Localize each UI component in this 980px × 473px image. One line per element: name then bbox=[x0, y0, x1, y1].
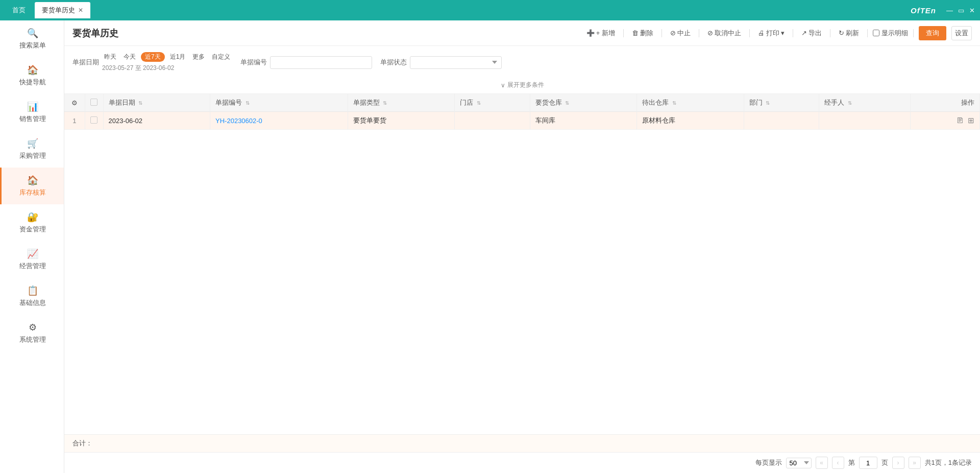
next-page-button[interactable]: › bbox=[892, 457, 904, 469]
sidebar-item-inventory[interactable]: 🏠 库存核算 bbox=[0, 168, 64, 204]
export-button[interactable]: ↗ 导出 bbox=[798, 27, 825, 40]
action-icons: 🖹 ⊞ bbox=[916, 116, 974, 125]
sort-doc-date-icon[interactable]: ⇅ bbox=[138, 100, 142, 106]
print-icon: 🖨 bbox=[758, 29, 765, 37]
toolbar-divider-4 bbox=[749, 29, 750, 37]
sidebar-label-finance: 资金管理 bbox=[19, 225, 46, 234]
toolbar-divider-6 bbox=[830, 29, 830, 37]
show-detail-toggle[interactable]: 显示明细 bbox=[873, 29, 908, 38]
expand-more-button[interactable]: ∨ 展开更多条件 bbox=[72, 78, 972, 93]
sort-handler-icon[interactable]: ⇅ bbox=[848, 100, 852, 106]
sidebar-item-system[interactable]: ⚙ 系统管理 bbox=[0, 315, 64, 351]
sidebar-item-purchase[interactable]: 🛒 采购管理 bbox=[0, 131, 64, 168]
status-select[interactable] bbox=[410, 56, 502, 69]
doc-no-label: 单据编号 bbox=[240, 58, 267, 67]
sidebar-item-shortcut[interactable]: 🏠 快捷导航 bbox=[0, 57, 64, 94]
first-page-button[interactable]: « bbox=[816, 457, 828, 469]
sort-store-icon[interactable]: ⇅ bbox=[477, 100, 481, 106]
tab-requisition-history[interactable]: 要货单历史 ✕ bbox=[35, 2, 90, 18]
col-checkbox[interactable] bbox=[85, 94, 103, 112]
shortcut-last7days[interactable]: 近7天 bbox=[141, 52, 165, 62]
col-action: 操作 bbox=[910, 94, 979, 112]
page-header: 要货单历史 ➕ + 新增 🗑 删除 ⊘ 中止 ⊘ bbox=[64, 20, 980, 46]
toolbar: ➕ + 新增 🗑 删除 ⊘ 中止 ⊘ 取消中止 bbox=[583, 26, 972, 40]
tab-bar: 首页 要货单历史 ✕ bbox=[5, 2, 911, 18]
col-handler: 经手人 ⇅ bbox=[819, 94, 910, 112]
summary-label: 合计： bbox=[72, 439, 92, 447]
select-all-checkbox[interactable] bbox=[90, 99, 97, 106]
footer-summary: 合计： bbox=[64, 434, 980, 452]
doc-no-link[interactable]: YH-20230602-0 bbox=[215, 117, 262, 125]
per-page-select[interactable]: 50 10 20 100 bbox=[786, 458, 812, 468]
toolbar-divider-7 bbox=[867, 29, 868, 37]
toolbar-divider-1 bbox=[623, 29, 624, 37]
doc-no-input[interactable] bbox=[270, 56, 372, 69]
pagination: 每页显示 50 10 20 100 « ‹ 第 页 › » 共1页，1条记录 bbox=[64, 452, 980, 473]
sidebar-item-basic-info[interactable]: 📋 基础信息 bbox=[0, 278, 64, 315]
date-shortcut-buttons: 昨天 今天 近7天 近1月 更多 自定义 bbox=[102, 52, 232, 62]
minimize-icon[interactable]: — bbox=[946, 7, 953, 14]
shortcut-yesterday[interactable]: 昨天 bbox=[102, 52, 118, 62]
prev-page-button[interactable]: ‹ bbox=[832, 457, 844, 469]
tab-home[interactable]: 首页 bbox=[5, 2, 33, 18]
total-records-label: 共1页，1条记录 bbox=[925, 458, 972, 467]
sidebar-item-finance[interactable]: 🔐 资金管理 bbox=[0, 204, 64, 241]
basic-info-icon: 📋 bbox=[27, 285, 38, 296]
operations-icon: 📈 bbox=[27, 248, 38, 259]
doc-no-filter-group: 单据编号 bbox=[240, 56, 372, 69]
tab-close-icon[interactable]: ✕ bbox=[78, 7, 83, 14]
refresh-button[interactable]: ↻ 刷新 bbox=[836, 27, 862, 40]
show-detail-checkbox[interactable] bbox=[873, 30, 879, 36]
row-select-checkbox[interactable] bbox=[90, 116, 97, 124]
col-doc-date: 单据日期 ⇅ bbox=[103, 94, 210, 112]
col-doc-no: 单据编号 ⇅ bbox=[210, 94, 348, 112]
stop-icon: ⊘ bbox=[670, 29, 676, 37]
page-number-input[interactable] bbox=[859, 457, 877, 469]
shortcut-today[interactable]: 今天 bbox=[121, 52, 138, 62]
shortcut-last1month[interactable]: 近1月 bbox=[168, 52, 188, 62]
more-action-icon[interactable]: ⊞ bbox=[968, 116, 974, 125]
sidebar-item-operations[interactable]: 📈 经营管理 bbox=[0, 241, 64, 278]
table-area: ⚙ 单据日期 ⇅ 单据编号 ⇅ bbox=[64, 94, 980, 434]
inventory-icon: 🏠 bbox=[27, 175, 38, 186]
row-checkbox[interactable] bbox=[85, 112, 103, 130]
sidebar-label-system: 系统管理 bbox=[19, 335, 46, 344]
view-detail-icon[interactable]: 🖹 bbox=[956, 116, 964, 125]
sort-doc-type-icon[interactable]: ⇅ bbox=[383, 100, 387, 106]
per-page-label: 每页显示 bbox=[755, 458, 782, 467]
sidebar-label-sales: 销售管理 bbox=[19, 114, 46, 124]
query-button[interactable]: 查询 bbox=[919, 26, 946, 40]
sidebar-item-search[interactable]: 🔍 搜索菜单 bbox=[0, 20, 64, 57]
new-button[interactable]: ➕ + 新增 bbox=[583, 27, 618, 40]
refresh-icon: ↻ bbox=[839, 29, 844, 37]
close-window-icon[interactable]: ✕ bbox=[969, 7, 975, 14]
settings-button[interactable]: 设置 bbox=[951, 26, 972, 40]
purchase-icon: 🛒 bbox=[27, 138, 38, 149]
stop-button[interactable]: ⊘ 中止 bbox=[667, 27, 694, 40]
row-store bbox=[455, 112, 530, 130]
sort-pending-warehouse-icon[interactable]: ⇅ bbox=[672, 100, 676, 106]
shortcut-more[interactable]: 更多 bbox=[190, 52, 207, 62]
date-filter-group: 单据日期 昨天 今天 近7天 近1月 更多 自定义 2023-05-27 至 2… bbox=[72, 52, 232, 73]
col-department: 部门 ⇅ bbox=[744, 94, 819, 112]
sort-doc-no-icon[interactable]: ⇅ bbox=[246, 100, 250, 106]
shortcut-custom[interactable]: 自定义 bbox=[210, 52, 232, 62]
date-shortcuts: 昨天 今天 近7天 近1月 更多 自定义 2023-05-27 至 2023-0… bbox=[102, 52, 232, 73]
top-bar: 首页 要货单历史 ✕ OfTEn — ▭ ✕ bbox=[0, 0, 980, 20]
sidebar-item-sales[interactable]: 📊 销售管理 bbox=[0, 94, 64, 131]
last-page-button[interactable]: » bbox=[909, 457, 921, 469]
plus-icon: ➕ bbox=[586, 29, 595, 37]
col-settings[interactable]: ⚙ bbox=[64, 94, 85, 112]
toolbar-divider-2 bbox=[662, 29, 662, 37]
expand-chevron-icon: ∨ bbox=[501, 82, 505, 89]
sort-req-warehouse-icon[interactable]: ⇅ bbox=[565, 100, 569, 106]
print-button[interactable]: 🖨 打印 ▾ bbox=[755, 27, 788, 40]
delete-button[interactable]: 🗑 删除 bbox=[629, 27, 656, 40]
cancel-stop-icon: ⊘ bbox=[707, 29, 713, 37]
settings-icon: ⚙ bbox=[71, 99, 78, 107]
sidebar: 🔍 搜索菜单 🏠 快捷导航 📊 销售管理 🛒 采购管理 🏠 库存核算 🔐 资金管… bbox=[0, 20, 64, 473]
sort-department-icon[interactable]: ⇅ bbox=[766, 100, 770, 106]
top-bar-right: OfTEn — ▭ ✕ bbox=[911, 6, 975, 15]
maximize-icon[interactable]: ▭ bbox=[958, 7, 964, 14]
cancel-stop-button[interactable]: ⊘ 取消中止 bbox=[704, 27, 744, 40]
